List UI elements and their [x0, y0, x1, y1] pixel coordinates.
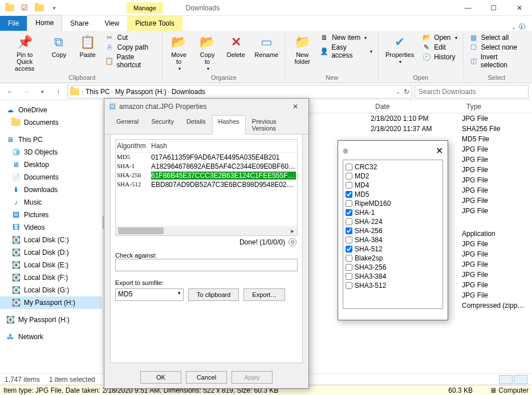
- nav-network[interactable]: 🖧Network: [0, 331, 102, 343]
- checkbox[interactable]: [346, 182, 352, 189]
- properties-button[interactable]: ✔Properties▾: [382, 33, 417, 80]
- address-dropdown-icon[interactable]: ⌄: [396, 89, 400, 95]
- nav-desktop[interactable]: 🖥Desktop: [0, 158, 102, 171]
- properties-qat-icon[interactable]: ☑: [19, 3, 30, 13]
- copy-to-button[interactable]: 📂Copy to▾: [194, 33, 221, 80]
- new-folder-button[interactable]: 📁New folder: [289, 33, 315, 80]
- algo-checkbox-md4[interactable]: MD4: [346, 181, 440, 190]
- horizontal-scrollbar[interactable]: ▸: [116, 226, 297, 235]
- export-button[interactable]: Export…: [243, 288, 285, 301]
- algo-checkbox-sha-256[interactable]: SHA-256: [346, 226, 440, 235]
- new-folder-qat-icon[interactable]: [34, 3, 44, 13]
- checkbox[interactable]: [346, 282, 352, 289]
- cancel-button[interactable]: Cancel: [186, 371, 227, 384]
- nav-music[interactable]: ♪Music: [0, 196, 102, 209]
- select-none-button[interactable]: ☐Select none: [467, 43, 526, 52]
- checkbox[interactable]: [346, 164, 352, 170]
- nav-local-disk-g[interactable]: 💽Local Disk (G:): [0, 284, 102, 296]
- check-against-input[interactable]: [115, 259, 298, 271]
- search-input[interactable]: Search Downloads: [415, 85, 529, 99]
- apply-button[interactable]: Apply: [232, 371, 273, 384]
- checkbox[interactable]: [346, 273, 352, 280]
- checkbox[interactable]: [346, 191, 352, 198]
- tab-view[interactable]: View: [96, 16, 127, 31]
- scrollbar-thumb[interactable]: [118, 227, 164, 234]
- copy-button[interactable]: ⧉Copy: [46, 33, 72, 80]
- algo-checkbox-ripemd160[interactable]: RipeMD160: [346, 199, 440, 208]
- checkbox[interactable]: [346, 264, 352, 271]
- breadcrumb[interactable]: Downloads: [172, 88, 205, 96]
- col-hash[interactable]: Hash: [151, 142, 296, 150]
- settings-gear-button[interactable]: ⚙: [289, 238, 297, 246]
- select-all-button[interactable]: ▦Select all: [467, 33, 526, 42]
- address-bar[interactable]: › This PC › My Passport (H:) › Downloads…: [67, 85, 412, 99]
- pin-to-quick-access-button[interactable]: 📌Pin to Quick access: [6, 33, 43, 80]
- settings-close-button[interactable]: ✕: [436, 145, 443, 156]
- back-button[interactable]: ←: [3, 85, 17, 99]
- checkbox[interactable]: [346, 200, 352, 207]
- nav-onedrive[interactable]: ☁OneDrive: [0, 104, 102, 116]
- checkbox[interactable]: [346, 227, 352, 234]
- export-format-select[interactable]: MD5▾: [115, 288, 184, 301]
- nav-this-pc[interactable]: 🖥This PC: [0, 133, 102, 146]
- paste-button[interactable]: 📋Paste: [74, 33, 100, 80]
- collapse-ribbon-icon[interactable]: ⌄: [511, 24, 516, 30]
- nav-my-passport[interactable]: 💽My Passport (H:): [0, 296, 102, 309]
- algo-checkbox-sha3-384[interactable]: SHA3-384: [346, 272, 440, 281]
- hash-row[interactable]: MD5017A611359F9AD6A7E4495A035E4B201: [116, 153, 297, 162]
- nav-local-disk-c[interactable]: 💽Local Disk (C:): [0, 234, 102, 246]
- checkbox[interactable]: [346, 209, 352, 216]
- hash-row[interactable]: SHA-25661F86B45E37CCC3E2B63E124C1FEE555F…: [116, 171, 297, 180]
- algo-checkbox-sha-224[interactable]: SHA-224: [346, 217, 440, 226]
- checkbox[interactable]: [346, 218, 352, 225]
- edit-button[interactable]: ✎Edit: [420, 43, 459, 52]
- algo-checkbox-sha3-512[interactable]: SHA3-512: [346, 281, 440, 290]
- checkbox[interactable]: [346, 237, 352, 243]
- ok-button[interactable]: OK: [140, 371, 181, 384]
- refresh-button[interactable]: ↻: [404, 88, 409, 96]
- cut-button[interactable]: ✂Cut: [103, 33, 158, 42]
- paste-shortcut-button[interactable]: 📋Paste shortcut: [103, 52, 158, 70]
- algo-checkbox-md2[interactable]: MD2: [346, 172, 440, 181]
- rename-button[interactable]: ▭Rename: [251, 33, 282, 80]
- help-icon[interactable]: 🛈: [518, 23, 525, 31]
- dialog-tab-previous-versions[interactable]: Previous Versions: [246, 115, 303, 135]
- col-date[interactable]: Date: [371, 100, 462, 113]
- nav-local-disk-f[interactable]: 💽Local Disk (F:): [0, 271, 102, 284]
- nav-videos[interactable]: 🎞Videos: [0, 221, 102, 234]
- dialog-tab-general[interactable]: General: [110, 115, 145, 135]
- dialog-close-button[interactable]: ✕: [287, 103, 304, 111]
- details-view-button[interactable]: [499, 375, 513, 384]
- forward-button[interactable]: →: [19, 85, 33, 99]
- delete-button[interactable]: ✕Delete: [223, 33, 249, 80]
- history-button[interactable]: 🕘History: [420, 52, 459, 62]
- large-icons-view-button[interactable]: [514, 375, 527, 384]
- algo-checkbox-md5[interactable]: MD5: [346, 190, 440, 199]
- to-clipboard-button[interactable]: To clipboard: [188, 288, 239, 301]
- nav-documents[interactable]: Documents: [0, 116, 102, 129]
- breadcrumb[interactable]: This PC ›: [86, 88, 113, 96]
- tab-picture-tools[interactable]: Picture Tools: [127, 16, 182, 31]
- scroll-right-button[interactable]: ▸: [288, 226, 297, 235]
- maximize-button[interactable]: ☐: [481, 0, 506, 16]
- move-to-button[interactable]: 📂Move to▾: [166, 33, 192, 80]
- nav-local-disk-e[interactable]: 💽Local Disk (E:): [0, 259, 102, 271]
- algo-checkbox-crc32[interactable]: CRC32: [346, 162, 440, 172]
- dialog-tab-hashes[interactable]: Hashes: [212, 115, 246, 135]
- col-algorithm[interactable]: Algorithm: [117, 142, 151, 150]
- ribbon-help[interactable]: ⌄🛈: [511, 23, 525, 31]
- algo-checkbox-sha-512[interactable]: SHA-512: [346, 245, 440, 254]
- nav-documents[interactable]: 📄Documents: [0, 171, 102, 184]
- easy-access-button[interactable]: 👤Easy access▾: [318, 43, 375, 60]
- recent-locations-button[interactable]: ▾: [35, 85, 49, 99]
- checkbox[interactable]: [346, 246, 352, 253]
- hash-row[interactable]: SHA-512EBD807AD9DB52A7C3E6BCB98D9548E021…: [116, 180, 297, 189]
- checkbox[interactable]: [346, 255, 352, 262]
- minimize-button[interactable]: —: [455, 0, 481, 16]
- dialog-tab-details[interactable]: Details: [180, 115, 212, 135]
- tab-share[interactable]: Share: [62, 16, 96, 31]
- qat-dropdown-icon[interactable]: ▾: [49, 3, 59, 13]
- invert-selection-button[interactable]: ◫Invert selection: [467, 52, 526, 70]
- nav-3d-objects[interactable]: 🧊3D Objects: [0, 146, 102, 158]
- algo-checkbox-blake2sp[interactable]: Blake2sp: [346, 254, 440, 263]
